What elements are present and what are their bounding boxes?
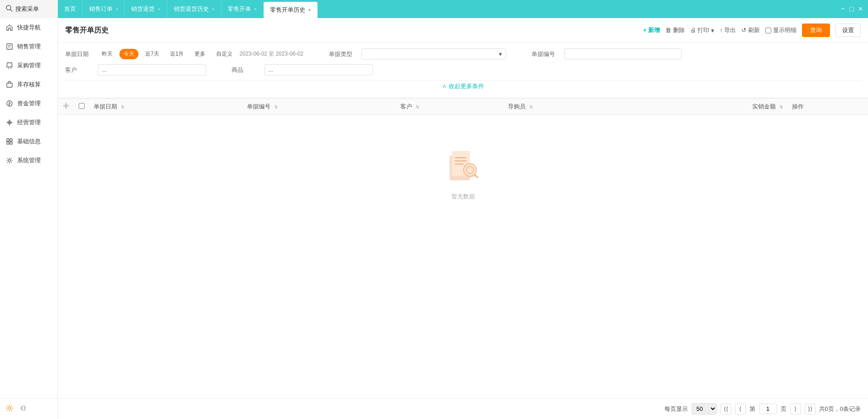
tab-close-icon[interactable]: × [115,6,118,12]
query-button[interactable]: 查询 [802,24,830,37]
tab-sales-return-history[interactable]: 销货退货历史 × [167,0,221,18]
th-doc-no-label: 单据编号 [247,103,270,110]
tab-close-icon[interactable]: × [308,7,311,13]
sidebar-item-system[interactable]: 系统管理 [0,151,57,170]
sidebar-bottom [0,398,57,419]
svg-point-15 [8,407,11,410]
next-page-button[interactable]: ⟩ [790,404,801,414]
tab-close-icon[interactable]: × [254,6,256,12]
tab-retail-open[interactable]: 零售开单 × [221,0,263,18]
close-button[interactable]: × [859,5,863,13]
per-page-select[interactable]: 50 10 20 100 [692,403,717,414]
page-label: 第 [749,405,755,413]
sidebar-item-quick-nav[interactable]: 快捷导航 [0,18,57,37]
sidebar-search[interactable]: 搜索采单 [0,0,57,18]
sidebar-item-finance[interactable]: 资金管理 [0,94,57,113]
table-container: 单据日期 ⇅ 单据编号 ⇅ 客户 ⇅ 导购员 ⇅ [58,98,868,398]
purchase-icon [5,61,14,70]
date-btn-last-month[interactable]: 近1月 [166,49,188,59]
th-date[interactable]: 单据日期 ⇅ [89,99,242,115]
th-check[interactable] [74,99,89,115]
collapse-more-conditions[interactable]: ∧ 收起更多条件 [65,80,861,92]
delete-button[interactable]: 🗑 删除 [665,26,685,34]
th-amount[interactable]: 实销金额 ⇅ [634,99,787,115]
svg-point-17 [65,105,67,107]
print-arrow: ▾ [711,27,714,34]
search-icon [5,5,13,13]
sidebar-item-label: 库存核算 [17,80,41,89]
th-guide-label: 导购员 [508,103,526,110]
tab-bar: 首页 销售订单 × 销货退货 × 销货退货历史 × 零售开单 × 零售开单历史 … [58,0,868,18]
doc-type-select[interactable]: ▾ [361,48,506,60]
content-area: 零售开单历史 + 新增 🗑 删除 🖨 打印 ▾ ↑ 导出 ↺ 刷新 显示明细 查… [58,18,868,419]
basic-info-icon [5,137,14,146]
tab-close-icon[interactable]: × [212,6,214,12]
tab-close-icon[interactable]: × [157,6,160,12]
svg-line-1 [10,9,12,11]
show-detail-checkbox[interactable]: 显示明细 [765,26,797,34]
goods-select[interactable]: ... [264,64,373,75]
show-detail-input[interactable] [765,28,771,33]
tab-home[interactable]: 首页 [58,0,83,18]
page-input[interactable] [759,404,777,414]
th-customer[interactable]: 客户 ⇅ [396,99,503,115]
sort-icon: ⇅ [121,104,124,109]
print-label: 🖨 打印 [690,26,710,34]
filter-area: 单据日期 昨天 今天 近7天 近1月 更多 自定义 2023-06-02 至 2… [58,43,868,98]
window-controls: − □ × [841,0,868,18]
sidebar-item-sales[interactable]: 销售管理 [0,37,57,56]
empty-state: 暂无数据 [58,115,868,228]
tab-sales-order[interactable]: 销售订单 × [83,0,125,18]
last-page-button[interactable]: ⟩⟩ [805,404,816,414]
add-button[interactable]: + 新增 [643,26,660,34]
minimize-button[interactable]: − [841,5,845,13]
tab-sales-return[interactable]: 销货退货 × [125,0,167,18]
date-btn-today[interactable]: 今天 [119,49,138,59]
goods-value: ... [268,66,273,73]
tab-label: 销售订单 [89,5,113,13]
prev-page-button[interactable]: ⟨ [735,404,746,414]
date-shortcuts: 昨天 今天 近7天 近1月 更多 自定义 2023-06-02 至 2023-0… [98,49,304,59]
print-button[interactable]: 🖨 打印 ▾ [690,26,715,34]
svg-rect-11 [10,139,12,141]
date-range-display: 2023-06-02 至 2023-06-02 [239,50,303,58]
export-button[interactable]: ↑ 导出 [720,26,736,34]
settings-bottom-icon[interactable] [5,404,14,414]
th-guide[interactable]: 导购员 ⇅ [503,99,634,115]
sidebar-item-inventory[interactable]: 库存核算 [0,75,57,94]
finance-icon [5,99,14,108]
svg-point-6 [10,68,11,69]
sidebar-item-basic-info[interactable]: 基础信息 [0,132,57,151]
first-page-button[interactable]: ⟨⟨ [721,404,731,414]
refresh-button[interactable]: ↺ 刷新 [741,26,760,34]
th-doc-no[interactable]: 单据编号 ⇅ [242,99,396,115]
collapse-label: ∧ 收起更多条件 [442,83,484,89]
svg-rect-7 [7,83,12,87]
empty-icon [441,142,486,187]
date-btn-custom[interactable]: 自定义 [212,49,237,59]
date-btn-more[interactable]: 更多 [190,49,209,59]
date-btn-last7[interactable]: 近7天 [141,49,163,59]
svg-rect-2 [7,44,12,49]
tab-retail-open-history[interactable]: 零售开单历史 × [264,2,318,18]
select-all-checkbox[interactable] [79,103,85,109]
sort-icon: ⇅ [529,104,533,109]
sidebar-item-operations[interactable]: 经营管理 [0,113,57,132]
doc-no-label: 单据编号 [531,50,557,58]
maximize-button[interactable]: □ [849,5,854,13]
collapse-sidebar-icon[interactable] [18,404,26,414]
sidebar-item-purchase[interactable]: 采购管理 [0,56,57,75]
filter-row-1: 单据日期 昨天 今天 近7天 近1月 更多 自定义 2023-06-02 至 2… [65,48,861,60]
doc-type-label: 单据类型 [329,50,354,58]
sidebar-item-label: 资金管理 [17,99,41,108]
system-icon [5,156,14,165]
doc-no-input[interactable] [564,48,682,60]
tab-home-label: 首页 [64,5,76,13]
customer-select[interactable]: ... [98,64,206,75]
customer-value: ... [102,66,107,73]
table-header: 单据日期 ⇅ 单据编号 ⇅ 客户 ⇅ 导购员 ⇅ [58,99,868,115]
th-settings[interactable] [58,99,74,115]
date-btn-yesterday[interactable]: 昨天 [98,49,117,59]
page-suffix: 页 [781,405,787,413]
settings-button[interactable]: 设置 [835,24,861,37]
